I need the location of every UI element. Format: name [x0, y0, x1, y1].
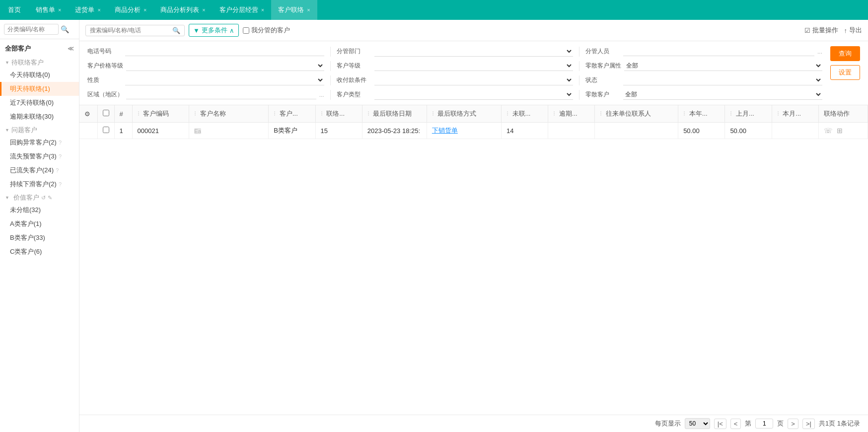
col-unit-contact: ⁝ 往来单位联系人: [595, 105, 678, 123]
col-type: ⁝ 客户...: [269, 105, 315, 123]
sidebar-section-problem: 问题客户: [0, 124, 79, 136]
my-customers-check[interactable]: 我分管的客户: [243, 26, 290, 35]
nav-item-sales[interactable]: 销售单 ×: [29, 0, 68, 20]
export-icon: ↑: [844, 27, 848, 34]
search-icon[interactable]: 🔍: [172, 27, 180, 34]
filter-area-more-icon[interactable]: ...: [319, 91, 324, 98]
sidebar-item-7days[interactable]: 近7天待联络(0): [0, 96, 79, 110]
page-input[interactable]: [755, 419, 773, 429]
sidebar-item-class-b[interactable]: B类客户(33): [0, 231, 79, 245]
sidebar-search-input[interactable]: [4, 24, 59, 35]
cell-not-contacted: 14: [501, 123, 548, 139]
filter-phone-input[interactable]: [125, 47, 324, 56]
sidebar-item-churn-warning[interactable]: 流失预警客户(3) ?: [0, 149, 79, 163]
sidebar-item-overdue[interactable]: 逾期未联络(30): [0, 110, 79, 124]
close-product-list-icon[interactable]: ×: [202, 7, 205, 13]
filter-retail: 零散客户 全部: [585, 89, 822, 100]
col-name: ⁝ 客户名称: [189, 105, 269, 123]
cell-no: 1: [114, 123, 132, 139]
toolbar-right: ☑ 批量操作 ↑ 导出: [804, 26, 863, 35]
sidebar-item-today[interactable]: 今天待联络(0): [0, 68, 79, 82]
action-icons: ☏ ⊞: [824, 127, 863, 135]
data-table: ⚙ # ⁝ 客户编码 ⁝ 客户名称: [79, 105, 868, 139]
filter-dept-select[interactable]: [374, 46, 574, 57]
filter-row-2: 客户价格等级 客户等级: [87, 61, 822, 71]
pagination: 每页显示 50 100 200 |< < 第 页 > >| 共1页 1条记录: [79, 415, 868, 432]
last-method-link[interactable]: 下销货单: [432, 127, 458, 134]
cell-code: 000021: [132, 123, 189, 139]
next-page-btn[interactable]: >: [788, 419, 798, 429]
close-product-analysis-icon[interactable]: ×: [144, 7, 146, 13]
filter-row-3: 性质 收付款条件: [87, 75, 822, 85]
row-checkbox[interactable]: [103, 127, 109, 133]
filter-person-more-icon[interactable]: ...: [817, 48, 822, 55]
value-customers-edit-icon[interactable]: ✎: [48, 195, 52, 201]
select-all-checkbox[interactable]: [103, 110, 109, 116]
value-customers-refresh-icon[interactable]: ↺: [41, 195, 46, 201]
col-checkbox: [97, 105, 114, 123]
sidebar-item-ungrouped[interactable]: 未分组(32): [0, 203, 79, 217]
batch-operation-btn[interactable]: ☑ 批量操作: [804, 26, 838, 35]
filter-customer-type-select[interactable]: [374, 89, 574, 100]
filter-person-input[interactable]: [623, 47, 814, 56]
sidebar: 🔍 全部客户 ≪ 待联络客户 今天待联络(0) 明天待联络(1) 近7天待联络(…: [0, 20, 79, 432]
filter-retail-select[interactable]: 全部: [623, 89, 822, 100]
filter-nature-select[interactable]: [125, 75, 324, 85]
table-body: 1 000021 Ea B类客户 15 2023-05-23 18:25: 下销…: [79, 123, 868, 139]
col-this-month: ⁝ 本月...: [772, 105, 818, 123]
filter-more-btn[interactable]: ▼ 更多条件 ∧: [189, 24, 239, 37]
query-button[interactable]: 查询: [830, 46, 860, 61]
my-customers-checkbox[interactable]: [243, 27, 249, 34]
sidebar-item-declining[interactable]: 持续下滑客户(2) ?: [0, 177, 79, 191]
sidebar-search-icon[interactable]: 🔍: [61, 25, 69, 33]
table-area: ⚙ # ⁝ 客户编码 ⁝ 客户名称: [79, 105, 868, 415]
filter-phone: 电话号码: [87, 47, 324, 56]
search-input[interactable]: [90, 27, 172, 34]
sidebar-item-churned[interactable]: 已流失客户(24) ?: [0, 163, 79, 177]
cell-this-month: [772, 123, 818, 139]
page-size-select[interactable]: 50 100 200: [685, 418, 710, 429]
filter-payment-select[interactable]: [374, 75, 574, 85]
first-page-btn[interactable]: |<: [714, 419, 726, 429]
top-nav: 首页 销售单 × 进货单 × 商品分析 × 商品分析列表 × 客户分层经营 × …: [0, 0, 868, 20]
filter-customer-type: 客户类型: [337, 89, 574, 100]
nav-home[interactable]: 首页: [0, 0, 29, 20]
close-customer-segment-icon[interactable]: ×: [261, 7, 264, 13]
nav-item-customer-contact[interactable]: 客户联络 ×: [271, 0, 317, 20]
nav-item-product-analysis[interactable]: 商品分析 ×: [108, 0, 153, 20]
filter-status: 状态: [585, 75, 822, 85]
sidebar-collapse-icon[interactable]: ≪: [68, 45, 74, 52]
close-customer-contact-icon[interactable]: ×: [307, 7, 310, 13]
col-code: ⁝ 客户编码: [132, 105, 189, 123]
close-sales-icon[interactable]: ×: [58, 7, 61, 13]
filter-area-input[interactable]: [126, 90, 316, 99]
close-purchase-icon[interactable]: ×: [97, 7, 100, 13]
help-icon-churn-warning: ?: [59, 153, 62, 159]
set-button[interactable]: 设置: [830, 65, 860, 80]
sidebar-item-repurchase-abnormal[interactable]: 回购异常客户(2) ?: [0, 136, 79, 149]
sidebar-item-class-c[interactable]: C类客户(6): [0, 245, 79, 259]
sidebar-content: 全部客户 ≪ 待联络客户 今天待联络(0) 明天待联络(1) 近7天待联络(0)…: [0, 39, 79, 432]
cell-settings: [79, 123, 97, 139]
settings-icon[interactable]: ⚙: [84, 110, 90, 118]
filter-retail-attr-select[interactable]: 全部: [624, 61, 822, 71]
filter-customer-level-select[interactable]: [374, 61, 574, 71]
help-icon-repurchase: ?: [59, 140, 62, 145]
cell-overdue: [548, 123, 595, 139]
export-btn[interactable]: ↑ 导出: [844, 26, 863, 35]
filter-chevron-icon: ∧: [229, 27, 234, 34]
nav-item-product-list[interactable]: 商品分析列表 ×: [153, 0, 212, 20]
filter-status-select[interactable]: [623, 75, 822, 85]
filter-person: 分管人员 ...: [585, 47, 822, 56]
main-layout: 🔍 全部客户 ≪ 待联络客户 今天待联络(0) 明天待联络(1) 近7天待联络(…: [0, 20, 868, 432]
action-grid-icon[interactable]: ⊞: [837, 127, 843, 135]
sidebar-item-class-a[interactable]: A类客户(1): [0, 217, 79, 231]
last-page-btn[interactable]: >|: [802, 419, 815, 429]
action-phone-icon[interactable]: ☏: [824, 127, 833, 135]
prev-page-btn[interactable]: <: [730, 419, 741, 429]
filter-price-level-select[interactable]: [126, 61, 324, 71]
nav-item-customer-segment[interactable]: 客户分层经营 ×: [213, 0, 271, 20]
sidebar-item-tomorrow[interactable]: 明天待联络(1): [0, 82, 79, 96]
sidebar-all-customers[interactable]: 全部客户 ≪: [0, 41, 79, 56]
nav-item-purchase[interactable]: 进货单 ×: [68, 0, 107, 20]
